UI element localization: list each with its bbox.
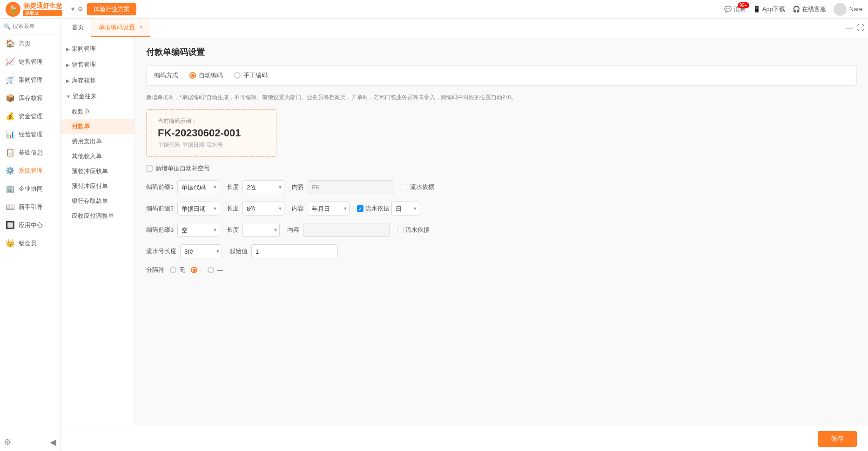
content1-input[interactable] [308, 180, 394, 194]
system-icon: ⚙️ [6, 166, 15, 175]
sidebar-item-guide[interactable]: 📖 新手引导 [0, 198, 60, 216]
serial1-group: 流水依据 [402, 183, 434, 191]
sidebar-item-inventory[interactable]: 📦 库存核算 [0, 89, 60, 107]
tab-home[interactable]: 首页 [64, 19, 91, 37]
app-download-btn[interactable]: 📱 App下载 [753, 5, 785, 13]
menu-group-sales[interactable]: ▶ 销售管理 [61, 57, 135, 73]
sidebar-item-home[interactable]: 🏠 首页 [0, 34, 60, 53]
serial-length-select[interactable]: 3位 [180, 244, 222, 258]
start-value-input[interactable] [251, 244, 338, 258]
settings-icon[interactable]: ⚙ [78, 6, 83, 13]
sidebar-item-operation[interactable]: 📊 经营管理 [0, 125, 60, 143]
brand-text: 畅捷通好生意 旗舰版 [23, 2, 62, 16]
menu-group-inventory[interactable]: ▶ 库存核算 [61, 73, 135, 88]
tab-close-btn[interactable]: × [140, 24, 143, 31]
start-value-group: 起始值 [229, 244, 338, 258]
menu-item-payment[interactable]: 付款单 [61, 119, 135, 134]
sidebar-item-finance[interactable]: 💰 资金管理 [0, 107, 60, 125]
serial3-checkbox[interactable] [397, 227, 404, 233]
prefix1-select-wrapper: 单据代码 [177, 180, 219, 194]
serial-row: 流水号长度 3位 起始值 [146, 244, 857, 258]
brand: 🍃 畅捷通好生意 旗舰版 [6, 2, 62, 17]
menu-item-prepay-offset[interactable]: 预收冲应收单 [61, 164, 135, 179]
serial2-unit-select[interactable]: 日 [391, 202, 419, 215]
length1-select-wrapper: 2位 [242, 180, 284, 194]
serial-length-select-wrapper: 3位 [180, 244, 222, 258]
separator-label: 分隔符 [146, 266, 164, 274]
tab-code-settings[interactable]: 单据编码设置 × [91, 19, 150, 37]
serial2-label: 流水依据 [365, 204, 390, 213]
length2-select[interactable]: 8位 [242, 202, 284, 215]
sep-none-option[interactable]: 无 [170, 266, 185, 274]
menu-group-capital[interactable]: ▼ 资金往来 [61, 88, 135, 104]
tab-maximize-btn[interactable]: ⛶ [857, 24, 864, 32]
preview-box: 当前编码示例： FK-20230602-001 单据代码-单据日期-流水号 [146, 109, 276, 157]
content3-group: 内容 [287, 223, 390, 237]
sidebar-item-apps[interactable]: 🔲 应用中心 [0, 216, 60, 234]
manual-code-radio[interactable] [234, 72, 241, 79]
serial2-checkbox[interactable]: ✓ [357, 205, 363, 212]
purchase-icon: 🛒 [6, 75, 15, 84]
sep-dot-option[interactable]: · [191, 267, 202, 274]
content1-label: 内容 [292, 183, 304, 191]
sep-dot-radio[interactable] [191, 267, 197, 273]
search-icon: 🔍 [4, 23, 11, 30]
top-bar-right: 💬 消息 99+ 📱 App下载 🎧 在线客服 Nare [724, 3, 862, 16]
serial1-label: 流水依据 [410, 183, 434, 191]
auto-code-radio[interactable] [189, 72, 196, 79]
apps-icon: 🔲 [6, 221, 15, 229]
sidebar-search[interactable]: 🔍 搜索菜单 [0, 19, 60, 34]
experience-btn[interactable]: 体验行业方案 [87, 3, 136, 15]
prefix2-row: 编码前缀2 单据日期 长度 8位 [146, 202, 857, 215]
content2-select[interactable]: 年月日 [308, 202, 350, 215]
online-service-btn[interactable]: 🎧 在线客服 [793, 5, 826, 13]
top-bar: 🍃 畅捷通好生意 旗舰版 ▼ ⚙ 体验行业方案 💬 消息 99+ 📱 App下载… [0, 0, 868, 19]
sep-dash-radio[interactable] [208, 267, 214, 273]
sep-dash-option[interactable]: — [208, 267, 223, 274]
length3-select-wrapper [242, 223, 280, 237]
auto-fill-checkbox[interactable] [146, 165, 153, 172]
menu-item-bank[interactable]: 银行存取款单 [61, 194, 135, 209]
message-btn[interactable]: 💬 消息 99+ [724, 5, 746, 13]
content3-input[interactable] [303, 223, 390, 237]
settings-footer-btn[interactable]: ⚙ [4, 437, 11, 447]
length3-select[interactable] [242, 223, 280, 237]
length1-group: 长度 2位 [227, 180, 284, 194]
serial1-checkbox[interactable] [402, 184, 408, 190]
message-count: 99+ [738, 2, 749, 8]
prefix1-select[interactable]: 单据代码 [177, 180, 219, 194]
content-area: 首页 单据编码设置 × — ⛶ ▶ 采购管理 ▶ 销售管理 [61, 19, 868, 451]
guide-icon: 📖 [6, 202, 15, 211]
menu-item-other-income[interactable]: 其他收入单 [61, 149, 135, 164]
brand-name: 畅捷通好生意 [23, 2, 62, 10]
menu-item-expense[interactable]: 费用支出单 [61, 134, 135, 149]
save-button[interactable]: 保存 [818, 431, 857, 447]
sidebar-item-member[interactable]: 👑 畅会员 [0, 234, 60, 252]
menu-item-advance-offset[interactable]: 预付冲应付单 [61, 179, 135, 194]
sidebar-item-system[interactable]: ⚙️ 系统管理 [0, 162, 60, 180]
prefix2-select[interactable]: 单据日期 [177, 202, 219, 215]
length1-select[interactable]: 2位 [242, 180, 284, 194]
user-info[interactable]: Nare [834, 3, 862, 16]
menu-group-purchase[interactable]: ▶ 采购管理 [61, 41, 135, 57]
username: Nare [849, 6, 862, 13]
menu-item-ar-ap-adjust[interactable]: 应收应付调整单 [61, 209, 135, 223]
content3-label: 内容 [287, 226, 299, 234]
arrow-right-icon: ▶ [66, 78, 70, 83]
menu-item-receipt[interactable]: 收款单 [61, 104, 135, 119]
sidebar-footer: ⚙ ◀ [0, 433, 60, 451]
manual-code-option[interactable]: 手工编码 [234, 71, 268, 80]
tab-minimize-btn[interactable]: — [846, 24, 853, 32]
prefix2-group: 编码前缀2 单据日期 [146, 202, 219, 215]
auto-code-option[interactable]: 自动编码 [189, 71, 223, 80]
sep-none-radio[interactable] [170, 267, 176, 273]
sidebar-item-basic[interactable]: 📋 基础信息 [0, 143, 60, 162]
page-content: ▶ 采购管理 ▶ 销售管理 ▶ 库存核算 ▼ 资金往来 收款单 付款单 费用支出… [61, 37, 868, 426]
sidebar-item-purchase[interactable]: 🛒 采购管理 [0, 71, 60, 89]
prefix3-select[interactable]: 空 [177, 223, 219, 237]
sidebar-item-corp[interactable]: 🏢 企业协同 [0, 180, 60, 198]
serial2-group: ✓ 流水依据 日 [357, 202, 419, 215]
collapse-sidebar-btn[interactable]: ◀ [50, 437, 56, 447]
sidebar-item-sales[interactable]: 📈 销售管理 [0, 53, 60, 71]
prefix3-row: 编码前缀3 空 长度 [146, 223, 857, 237]
